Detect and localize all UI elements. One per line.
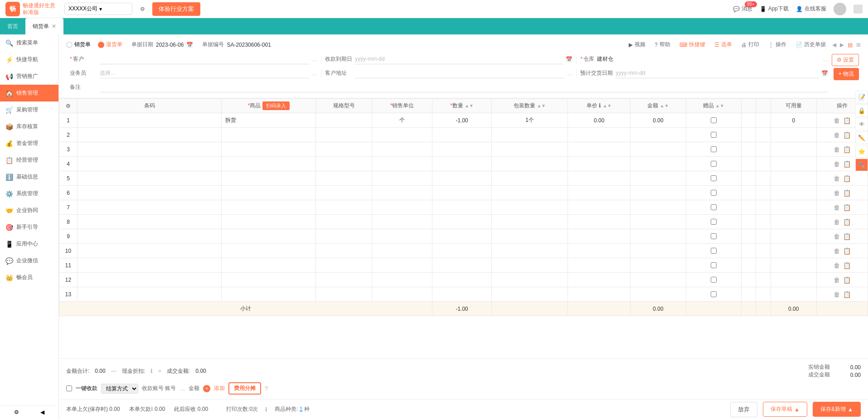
save-new-button[interactable]: 保存&新增 ▲ [813, 402, 861, 417]
row-product-2[interactable] [222, 128, 316, 142]
scan-button[interactable]: 扫码录入 [262, 101, 290, 110]
row-product-6[interactable] [222, 186, 316, 200]
row-unit-price-12[interactable] [568, 273, 630, 287]
sidebar-item-enterprise[interactable]: 🤝 企业协同 [0, 202, 58, 219]
row-qty-4[interactable] [432, 157, 491, 171]
tab-sales-order[interactable]: 销货单 ✕ [25, 18, 63, 34]
row-barcode-7[interactable] [78, 200, 222, 215]
video-btn[interactable]: ▶ 视频 [626, 40, 648, 49]
row-product-12[interactable] [222, 273, 316, 287]
tab-close-icon[interactable]: ✕ [52, 23, 56, 29]
row-amount-8[interactable] [630, 215, 686, 229]
row-gift-3[interactable] [686, 142, 741, 157]
row-spec-13[interactable] [316, 287, 372, 302]
row-product-5[interactable] [222, 171, 316, 186]
prev-icon[interactable]: ◀ [832, 42, 836, 48]
row-pkg-qty-3[interactable] [492, 142, 568, 157]
operation-btn[interactable]: ⋮ 操作 [766, 40, 789, 49]
sidebar-item-system[interactable]: ⚙️ 系统管理 [0, 185, 58, 202]
row-gift-6[interactable] [686, 186, 741, 200]
row-product-3[interactable] [222, 142, 316, 157]
sidebar-item-vip[interactable]: 👑 畅会员 [0, 269, 58, 286]
row-gift-13[interactable] [686, 287, 741, 302]
settings-bottom-icon[interactable]: ⚙ [14, 409, 19, 415]
float-btn-5[interactable]: ⭐ [855, 145, 868, 158]
sidebar-item-wechat[interactable]: 💬 企业微信 [0, 252, 58, 269]
row-spec-7[interactable] [316, 200, 372, 215]
settlement-select[interactable]: 结算方式 [101, 384, 138, 394]
row-pkg-qty-6[interactable] [492, 186, 568, 200]
row-unit-5[interactable] [372, 171, 432, 186]
row-spec-3[interactable] [316, 142, 372, 157]
row-copy-btn-6[interactable]: 📋 [842, 188, 852, 197]
row-gift-7[interactable] [686, 200, 741, 215]
row-delete-btn-8[interactable]: 🗑 [833, 217, 841, 226]
row-product-4[interactable] [222, 157, 316, 171]
row-pkg-qty-10[interactable] [492, 244, 568, 258]
avatar[interactable] [834, 3, 846, 15]
row-delete-btn-9[interactable]: 🗑 [833, 232, 841, 241]
row-unit-11[interactable] [372, 258, 432, 273]
row-gift-11[interactable] [686, 258, 741, 273]
select-order-btn[interactable]: ☰ 选单 [712, 40, 735, 49]
row-pkg-qty-9[interactable] [492, 229, 568, 244]
help-btn[interactable]: ? 帮助 [652, 40, 673, 49]
row-barcode-5[interactable] [78, 171, 222, 186]
row-qty-12[interactable] [432, 273, 491, 287]
sidebar-item-app-center[interactable]: 📱 应用中心 [0, 236, 58, 252]
collection-calendar-icon[interactable]: 📅 [566, 56, 572, 63]
row-amount-6[interactable] [630, 186, 686, 200]
row-delete-btn-10[interactable]: 🗑 [833, 246, 841, 255]
row-unit-10[interactable] [372, 244, 432, 258]
app-download-button[interactable]: 📱 App下载 [760, 5, 789, 13]
row-barcode-8[interactable] [78, 215, 222, 229]
row-amount-2[interactable] [630, 128, 686, 142]
row-copy-btn-7[interactable]: 📋 [842, 203, 852, 212]
customer-addr-input[interactable] [355, 68, 564, 78]
row-copy-btn-11[interactable]: 📋 [842, 261, 852, 270]
row-amount-3[interactable] [630, 142, 686, 157]
row-copy-btn-9[interactable]: 📋 [842, 232, 852, 241]
row-delete-btn-11[interactable]: 🗑 [833, 261, 841, 270]
row-barcode-4[interactable] [78, 157, 222, 171]
row-qty-11[interactable] [432, 258, 491, 273]
row-copy-btn-2[interactable]: 📋 [842, 130, 852, 140]
warehouse-more-icon[interactable]: … [823, 56, 828, 63]
row-gift-1[interactable] [686, 113, 741, 128]
row-amount-11[interactable] [630, 258, 686, 273]
row-unit-12[interactable] [372, 273, 432, 287]
row-barcode-6[interactable] [78, 186, 222, 200]
row-gift-9[interactable] [686, 229, 741, 244]
customer-input[interactable] [100, 54, 309, 64]
save-draft-button[interactable]: 保存草稿 ▲ [763, 402, 807, 417]
row-pkg-qty-12[interactable] [492, 273, 568, 287]
row-unit-3[interactable] [372, 142, 432, 157]
salesperson-input[interactable] [100, 68, 309, 78]
float-btn-1[interactable]: 📝 [855, 91, 868, 103]
row-unit-4[interactable] [372, 157, 432, 171]
expected-date-input[interactable] [616, 68, 818, 78]
row-unit-9[interactable] [372, 229, 432, 244]
row-delete-btn-12[interactable]: 🗑 [833, 275, 841, 284]
row-unit-price-6[interactable] [568, 186, 630, 200]
row-copy-btn-10[interactable]: 📋 [842, 246, 852, 255]
row-spec-9[interactable] [316, 229, 372, 244]
shortcut-btn[interactable]: ⌨ 快捷键 [677, 40, 708, 49]
salesperson-more-icon[interactable]: … [312, 70, 317, 77]
row-qty-10[interactable] [432, 244, 491, 258]
sidebar-item-guide[interactable]: 🎯 新手引导 [0, 219, 58, 236]
row-spec-5[interactable] [316, 171, 372, 186]
row-copy-btn-12[interactable]: 📋 [842, 275, 852, 284]
row-gift-10[interactable] [686, 244, 741, 258]
row-barcode-11[interactable] [78, 258, 222, 273]
row-spec-1[interactable] [316, 113, 372, 128]
row-gift-2[interactable] [686, 128, 741, 142]
sidebar-item-marketing[interactable]: 📢 营销推广 [0, 68, 58, 85]
row-barcode-3[interactable] [78, 142, 222, 157]
sidebar-item-inventory[interactable]: 📦 库存核算 [0, 118, 58, 135]
row-pkg-qty-5[interactable] [492, 171, 568, 186]
fee-split-button[interactable]: 费用分摊 [228, 382, 261, 395]
row-qty-2[interactable] [432, 128, 491, 142]
row-spec-2[interactable] [316, 128, 372, 142]
addr-more-icon[interactable]: … [567, 70, 572, 77]
